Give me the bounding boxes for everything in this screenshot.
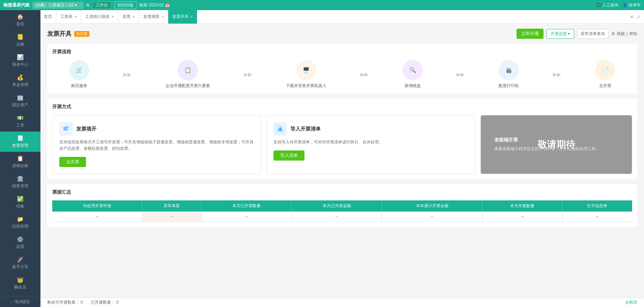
tab-home[interactable]: 首页 — [44, 10, 56, 24]
method-manual-desc: 支持按照发票格式手工填写开发票；可开具增值税电子普通发票、增值税普通发票、增值税… — [59, 139, 254, 152]
arrow-1: ▶▶ — [123, 71, 131, 78]
service-label: 人工咨询 — [602, 2, 618, 8]
pin-button[interactable]: ↑ ↑取消固定 — [0, 297, 40, 307]
open-now-button[interactable]: 立即开通 — [517, 29, 544, 39]
sidebar-item-purchase[interactable]: 📋 进销台账 — [0, 152, 40, 172]
tab-close-all-button[interactable]: ✕ — [630, 14, 634, 20]
step-issue-label: 去开票 — [599, 83, 611, 89]
sidebar-item-report[interactable]: 📊 报表中心 — [0, 51, 40, 71]
sidebar-item-invoice[interactable]: 🧾 发票管理 — [0, 132, 40, 152]
tab-invoice-calc-close[interactable]: ✕ — [161, 15, 164, 19]
buy-link[interactable]: 去购买 — [625, 300, 637, 305]
step-issue-icon: 📄 — [595, 60, 615, 80]
import-list-button[interactable]: 导入清单 — [273, 150, 304, 161]
tab-invoice[interactable]: 发票 ✕ — [118, 10, 139, 24]
invoice-methods: 发票填开 支持按照发票格式手工填写开发票；可开具增值税电子普通发票、增值税普通发… — [52, 115, 632, 174]
tab-salary-report-close[interactable]: ✕ — [111, 15, 114, 19]
tax-icon: 🏛️ — [17, 175, 24, 182]
tab-invoice-close[interactable]: ✕ — [132, 15, 135, 19]
sidebar-item-archive[interactable]: 📁 归档管理 — [0, 213, 40, 233]
bottom-bar: 剩余可开通数量： 0 已开通数量： 0 去购买 — [40, 298, 644, 307]
finance-icon: 💰 — [17, 74, 24, 81]
step-printer-label: 配置打印机 — [499, 83, 519, 89]
sidebar-label-ledger: 总账 — [16, 41, 24, 47]
header-actions: 立即开通 开票设置 ▾ 异常清单查询 ⚙ 视频 | 帮助 — [517, 29, 637, 39]
svg-text:📋: 📋 — [184, 67, 191, 73]
col-red-note: 红字信息单 — [562, 200, 632, 212]
invoice-icon: 🧾 — [17, 135, 24, 141]
ledger-icon: 📒 — [17, 34, 24, 40]
sidebar-item-member[interactable]: 👑 畅会员 — [0, 273, 40, 294]
sidebar-item-tax[interactable]: 🏛️ 税务管理 — [0, 172, 40, 192]
method-import-desc: 支持导入待开票清单，可对待开票清单进行拆分、合并处理。 — [273, 139, 468, 145]
workspace-button[interactable]: 工作台 — [92, 1, 112, 9]
company-select[interactable]: (勿删）江西服宝-LSS ▾ — [32, 2, 84, 9]
step-issue[interactable]: 📄 去开票 — [595, 60, 615, 89]
purchase-icon: 📋 — [17, 155, 24, 162]
step-buy-service[interactable]: 🛒 购买服务 — [69, 60, 89, 89]
col-month-amount: 本月已开票金额 — [292, 200, 382, 212]
old-platform-inner: 老板端开票 查看老板端小程序提交的开票申请，并作出相应处理工单。 敬请期待 — [488, 132, 625, 157]
tab-salary-close[interactable]: ✕ — [74, 15, 77, 19]
col-pending: 待处理开票申请 — [52, 200, 142, 212]
report-icon: 📊 — [17, 54, 24, 60]
settings-icon: ⚙️ — [17, 236, 24, 243]
sidebar-label-member: 畅会员 — [14, 284, 26, 290]
guide-icon: 🚀 — [17, 256, 24, 263]
svg-text:🖥️: 🖥️ — [303, 67, 310, 73]
arrow-4: ▶▶ — [457, 71, 465, 78]
manual-invoice-button[interactable]: 去开票 — [59, 157, 86, 167]
settings2-icon: ⚙ — [611, 31, 615, 36]
col-month-count: 本月已开票数量 — [201, 200, 292, 212]
help-video-label: 视频 — [617, 31, 625, 37]
arrow-2: ▶▶ — [244, 71, 252, 78]
company-name: (勿删）江西服宝-LSS — [35, 3, 74, 7]
svg-rect-15 — [63, 130, 68, 130]
svg-text:📄: 📄 — [602, 67, 609, 73]
tab-invoice-open-label: 发票开具 — [172, 14, 188, 20]
step-printer[interactable]: 🖨️ 配置打印机 — [499, 60, 519, 89]
sidebar-item-home[interactable]: 🏠 首页 — [0, 10, 40, 30]
sidebar: 🏠 首页 📒 总账 📊 报表中心 💰 资金管理 🏢 固定资产 💵 工资 🧾 发票… — [0, 10, 40, 307]
step-configure-label: 企业开通配置开票六要素 — [166, 83, 210, 89]
coming-soon-text: 敬请期待 — [537, 138, 575, 151]
help-area[interactable]: ⚙ 视频 | 帮助 — [611, 31, 637, 37]
sidebar-item-guide[interactable]: 🚀 新手引导 — [0, 253, 40, 273]
user-info[interactable]: 👤 徐泽华 — [622, 2, 641, 8]
service-button[interactable]: 🎧 人工咨询 — [596, 2, 618, 8]
step-configure-icon: 📋 — [178, 60, 198, 80]
copy-icon[interactable]: ⧉ — [86, 3, 89, 7]
method-import-header: 导入开票清单 — [273, 122, 468, 136]
tab-actions: ✕ ⤢ — [630, 14, 641, 20]
tab-invoice-calc[interactable]: 发票测算 ✕ — [139, 10, 168, 24]
tab-salary[interactable]: 工资表 ✕ — [56, 10, 81, 24]
tab-invoice-open[interactable]: 发票开具 ✕ — [168, 10, 197, 24]
tab-restore-button[interactable]: ⤢ — [637, 14, 641, 20]
val-year-amount: -- — [382, 212, 482, 222]
tab-invoice-open-close[interactable]: ✕ — [190, 15, 193, 19]
page-content: 发票开具 待开通 立即开通 开票设置 ▾ 异常清单查询 ⚙ 视频 | 帮助 — [40, 24, 644, 298]
top-bar-left: 畅捷通易代账 (勿删）江西服宝-LSS ▾ ⧉ 工作台 切到旧版 账期 2023… — [3, 1, 170, 9]
col-void-count: 本月作废数量 — [482, 200, 562, 212]
step-taxdisk[interactable]: 🔍 新增税盘 — [403, 60, 423, 89]
sidebar-item-salary[interactable]: 💵 工资 — [0, 111, 40, 132]
top-bar-right: 🎧 人工咨询 👤 徐泽华 — [596, 2, 641, 8]
open-settings-button[interactable]: 开票设置 ▾ — [546, 29, 574, 39]
sidebar-item-settle[interactable]: ✅ 结账 — [0, 192, 40, 213]
headset-icon: 🎧 — [596, 3, 601, 7]
method-import-card: 导入开票清单 支持导入待开票清单，可对待开票清单进行拆分、合并处理。 导入清单 — [266, 115, 475, 174]
tab-salary-report[interactable]: 工资统计报表 ✕ — [81, 10, 118, 24]
step-download[interactable]: 🖥️ 下载并安装开票机器人 — [286, 60, 326, 89]
tab-bar: 首页 工资表 ✕ 工资统计报表 ✕ 发票 ✕ 发票测算 ✕ 发票开具 ✕ — [40, 10, 644, 24]
step-configure[interactable]: 📋 企业开通配置开票六要素 — [166, 60, 210, 89]
sidebar-item-assets[interactable]: 🏢 固定资产 — [0, 91, 40, 111]
pin-label: ↑取消固定 — [13, 299, 30, 304]
sidebar-item-settings[interactable]: ⚙️ 设置 — [0, 233, 40, 253]
step-download-icon: 🖥️ — [296, 60, 316, 80]
sidebar-item-ledger[interactable]: 📒 总账 — [0, 30, 40, 51]
calendar-icon[interactable]: 📅 — [165, 3, 170, 7]
method-manual-title: 发票填开 — [76, 126, 96, 132]
sidebar-item-finance[interactable]: 💰 资金管理 — [0, 71, 40, 91]
abnormal-list-button[interactable]: 异常清单查询 — [577, 29, 609, 39]
old-version-button[interactable]: 切到旧版 — [114, 1, 137, 9]
